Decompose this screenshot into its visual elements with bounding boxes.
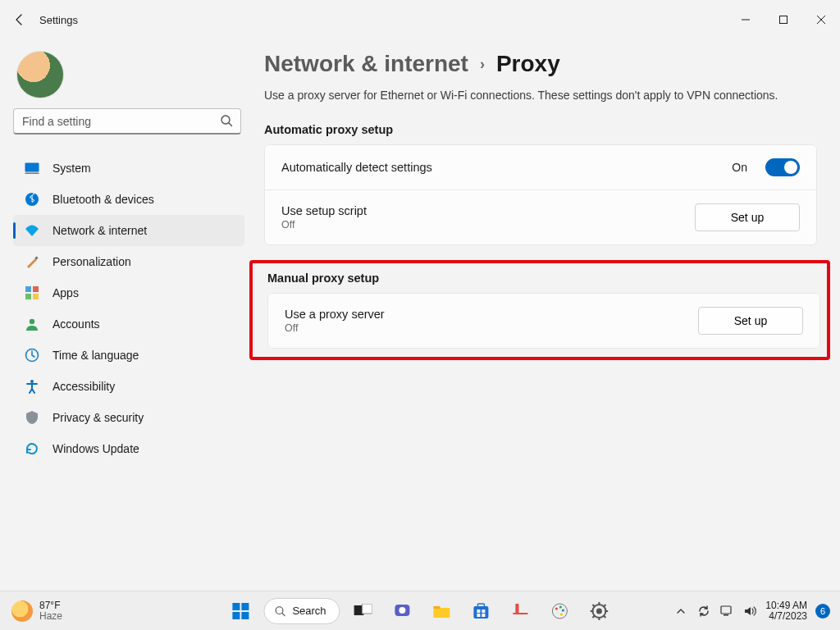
nav-item-network[interactable]: Network & internet (13, 215, 244, 246)
nav-label: Accounts (52, 317, 100, 331)
network-icon (25, 223, 39, 238)
svg-point-38 (560, 613, 563, 615)
nav-item-bluetooth[interactable]: Bluetooth & devices (13, 184, 244, 215)
setup-script-title: Use setup script (281, 204, 683, 217)
use-proxy-card: Use a proxy server Off Set up (267, 293, 820, 349)
svg-rect-1 (780, 16, 788, 24)
svg-point-37 (562, 609, 564, 611)
weather-temp: 87°F (39, 600, 62, 611)
taskbar-app-paint[interactable] (544, 595, 577, 628)
taskbar-app-chat[interactable] (386, 595, 419, 628)
svg-rect-33 (514, 613, 528, 614)
section-heading-automatic: Automatic proxy setup (264, 123, 830, 136)
setup-script-state: Off (281, 219, 683, 231)
use-proxy-title: Use a proxy server (285, 308, 687, 321)
nav-item-accounts[interactable]: Accounts (13, 308, 244, 340)
use-proxy-button[interactable]: Set up (698, 307, 803, 335)
avatar[interactable] (16, 51, 64, 98)
svg-rect-29 (482, 609, 486, 613)
nav-item-personalization[interactable]: Personalization (13, 246, 244, 277)
svg-point-40 (596, 608, 602, 614)
personalization-icon (25, 254, 39, 269)
svg-rect-32 (516, 604, 519, 613)
back-button[interactable] (0, 13, 39, 26)
svg-point-12 (30, 319, 34, 324)
nav: System Bluetooth & devices Network & int… (13, 153, 244, 464)
close-button[interactable] (802, 0, 840, 39)
update-icon (25, 441, 39, 456)
svg-rect-18 (241, 612, 249, 619)
apps-icon (25, 285, 39, 300)
chevron-right-icon: › (480, 56, 485, 73)
taskbar-search[interactable]: Search (263, 598, 340, 624)
svg-rect-17 (232, 612, 240, 619)
taskbar-app-store[interactable] (465, 595, 498, 628)
nav-item-accessibility[interactable]: Accessibility (13, 371, 244, 402)
taskbar-app-explorer[interactable] (426, 595, 459, 628)
taskbar-app-settings[interactable] (583, 595, 616, 628)
breadcrumb-parent[interactable]: Network & internet (264, 51, 468, 77)
nav-label: Network & internet (52, 224, 147, 237)
taskbar-weather[interactable]: 87°F Haze (0, 600, 62, 622)
svg-line-3 (229, 123, 232, 126)
tray-network-icon[interactable] (719, 604, 734, 619)
nav-item-system[interactable]: System (13, 153, 244, 184)
nav-item-update[interactable]: Windows Update (13, 433, 244, 464)
section-heading-manual: Manual proxy setup (267, 272, 820, 285)
nav-item-privacy[interactable]: Privacy & security (13, 402, 244, 433)
svg-rect-31 (482, 614, 486, 617)
auto-detect-card: Automatically detect settings On (264, 144, 817, 190)
auto-detect-state: On (732, 161, 747, 174)
svg-rect-50 (724, 614, 728, 616)
nav-label: Accessibility (52, 380, 115, 393)
nav-item-apps[interactable]: Apps (13, 277, 244, 308)
breadcrumb: Network & internet › Proxy (264, 51, 830, 77)
search-icon (220, 114, 233, 130)
page-subtitle: Use a proxy server for Ethernet or Wi-Fi… (264, 89, 830, 102)
svg-rect-28 (477, 609, 481, 613)
nav-label: Time & language (52, 349, 139, 362)
nav-label: Personalization (52, 255, 131, 268)
tray-overflow-icon[interactable] (673, 604, 688, 619)
svg-point-19 (276, 606, 283, 614)
auto-detect-toggle[interactable] (765, 158, 800, 176)
svg-rect-11 (33, 294, 39, 299)
start-button[interactable] (224, 595, 257, 628)
svg-rect-4 (25, 163, 39, 172)
svg-rect-10 (25, 294, 31, 299)
privacy-icon (25, 410, 39, 425)
nav-label: Privacy & security (52, 411, 144, 424)
system-tray: 10:49 AM 4/7/2023 6 (673, 600, 840, 622)
maximize-button[interactable] (765, 0, 802, 39)
clock-time: 10:49 AM (765, 600, 807, 611)
manual-proxy-group: Use a proxy server Off Set up (267, 293, 820, 349)
tray-volume-icon[interactable] (742, 604, 757, 619)
svg-line-20 (282, 613, 285, 615)
search-icon (274, 605, 285, 617)
search-input[interactable] (13, 108, 241, 135)
svg-rect-22 (363, 604, 372, 614)
svg-line-45 (593, 605, 596, 607)
tray-sync-icon[interactable] (696, 604, 711, 619)
minimize-button[interactable] (727, 0, 765, 39)
use-proxy-state: Off (285, 322, 687, 334)
svg-line-46 (604, 615, 606, 618)
setup-script-button[interactable]: Set up (695, 203, 800, 231)
main: Network & internet › Proxy Use a proxy s… (244, 39, 840, 591)
svg-rect-16 (241, 603, 249, 610)
sidebar: System Bluetooth & devices Network & int… (0, 39, 244, 591)
setup-script-card: Use setup script Off Set up (264, 190, 817, 245)
svg-point-14 (30, 380, 34, 383)
svg-line-48 (593, 615, 596, 618)
auto-detect-title: Automatically detect settings (281, 161, 720, 174)
notification-badge[interactable]: 6 (815, 604, 830, 619)
nav-item-time[interactable]: Time & language (13, 340, 244, 371)
task-view-button[interactable] (347, 595, 380, 628)
taskbar-clock[interactable]: 10:49 AM 4/7/2023 (765, 600, 807, 622)
window-title: Settings (39, 14, 78, 26)
svg-rect-8 (25, 286, 31, 292)
svg-line-47 (604, 605, 606, 607)
taskbar-app-snip[interactable] (504, 595, 537, 628)
bluetooth-icon (25, 192, 39, 207)
svg-rect-27 (478, 604, 485, 608)
